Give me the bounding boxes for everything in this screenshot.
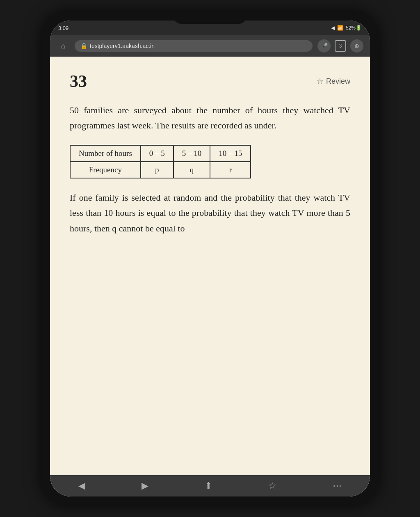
content-area: 33 ☆ Review 50 families are surveyed abo…	[50, 57, 370, 475]
signal-icon: ◀	[331, 25, 335, 31]
home-icon: ⌂	[61, 42, 66, 50]
table-header-col2: 5 – 10	[173, 145, 210, 162]
review-button[interactable]: ☆ Review	[316, 76, 350, 86]
star-icon: ☆	[316, 76, 324, 86]
browser-action-icons: 🎤 3 ⊕	[317, 39, 363, 53]
status-icons: ◀ 📶 52%🔋	[331, 25, 362, 31]
home-button[interactable]: ⌂	[57, 39, 70, 53]
bookmark-button[interactable]: ☆	[268, 480, 276, 491]
url-bar[interactable]: 🔒 testplayerv1.aakash.ac.in	[75, 40, 313, 52]
review-label: Review	[326, 77, 350, 86]
status-time: 3:09	[58, 25, 68, 31]
phone-notch	[173, 12, 247, 24]
table-data-q: q	[173, 162, 210, 178]
data-table: Number of hours 0 – 5 5 – 10 10 – 15 Fre…	[70, 145, 251, 178]
table-row-label: Frequency	[70, 162, 141, 178]
tabs-count: 3	[339, 43, 342, 49]
menu-icon: ⊕	[354, 43, 359, 49]
battery-icon: 52%🔋	[346, 25, 362, 31]
table-header-col1: 0 – 5	[141, 145, 173, 162]
table-header-col3: 10 – 15	[210, 145, 251, 162]
table-data-p: p	[141, 162, 173, 178]
back-button[interactable]: ◀	[78, 480, 85, 491]
table-data-row: Frequency p q r	[70, 162, 251, 178]
tabs-button[interactable]: 3	[335, 40, 346, 52]
share-button[interactable]: ⬆	[205, 480, 212, 491]
browser-toolbar[interactable]: ⌂ 🔒 testplayerv1.aakash.ac.in 🎤 3 ⊕	[50, 35, 370, 57]
phone-screen: 3:09 ◀ 📶 52%🔋 ⌂ 🔒 testplayerv1.aakash.ac…	[50, 21, 370, 496]
microphone-icon: 🎤	[321, 43, 328, 49]
question-number: 33	[70, 71, 87, 91]
table-data-r: r	[210, 162, 251, 178]
menu-button[interactable]: ⊕	[350, 39, 363, 53]
question-text-part2: If one family is selected at random and …	[70, 190, 350, 236]
more-button[interactable]: ⋯	[333, 480, 342, 491]
forward-button[interactable]: ▶	[142, 480, 148, 491]
table-header-label: Number of hours	[70, 145, 141, 162]
microphone-button[interactable]: 🎤	[317, 39, 331, 53]
url-text: testplayerv1.aakash.ac.in	[90, 43, 155, 49]
question-text-part1: 50 families are surveyed about the numbe…	[70, 103, 350, 133]
wifi-icon: 📶	[337, 25, 343, 31]
table-header-row: Number of hours 0 – 5 5 – 10 10 – 15	[70, 145, 251, 162]
bottom-navigation-bar: ◀ ▶ ⬆ ☆ ⋯	[50, 475, 370, 496]
question-header: 33 ☆ Review	[70, 71, 350, 91]
lock-icon: 🔒	[80, 43, 87, 49]
phone-frame: 3:09 ◀ 📶 52%🔋 ⌂ 🔒 testplayerv1.aakash.ac…	[42, 12, 378, 505]
